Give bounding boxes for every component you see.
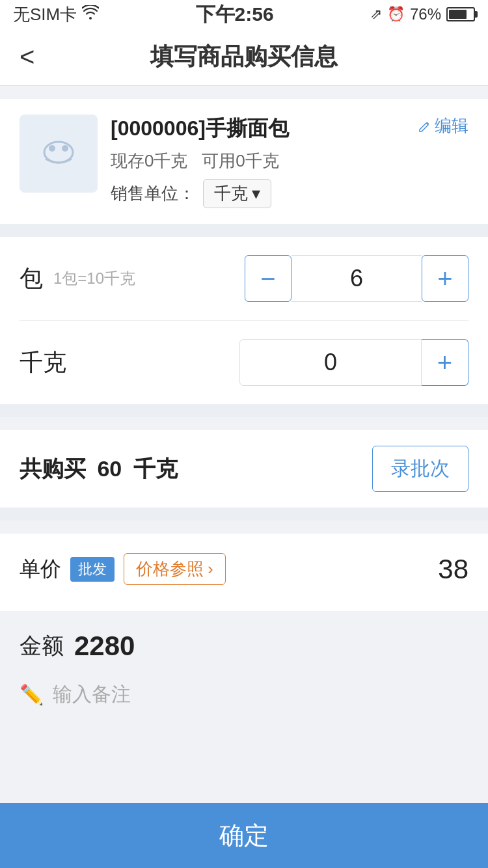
bag-quantity-input[interactable] bbox=[291, 255, 422, 302]
svg-point-2 bbox=[44, 142, 73, 163]
battery-icon bbox=[446, 7, 475, 21]
quantity-label-bag: 包 1包=10千克 bbox=[20, 263, 135, 295]
kg-label: 千克 bbox=[20, 347, 66, 379]
product-name: [0000006]手撕面包 bbox=[111, 115, 289, 143]
quantity-label-kg: 千克 bbox=[20, 347, 66, 379]
product-card: [0000006]手撕面包 编辑 现存0千克 可用0千克 销售单位： 千克 ▾ bbox=[0, 99, 488, 224]
price-row: 单价 批发 价格参照 › 38 bbox=[20, 553, 468, 585]
edit-button[interactable]: 编辑 bbox=[418, 115, 468, 137]
unit-select[interactable]: 千克 ▾ bbox=[203, 179, 271, 208]
price-section: 单价 批发 价格参照 › 38 bbox=[0, 534, 488, 611]
section-divider-3 bbox=[0, 508, 488, 521]
amount-value: 2280 bbox=[74, 631, 135, 662]
amount-label: 金额 bbox=[20, 631, 64, 661]
note-icon: ✏️ bbox=[20, 683, 44, 706]
price-type-tag: 批发 bbox=[70, 557, 115, 582]
quantity-control-bag: − + bbox=[245, 255, 468, 302]
quantity-control-kg: + bbox=[239, 339, 468, 386]
product-placeholder-icon bbox=[39, 134, 78, 173]
chevron-down-icon: ▾ bbox=[252, 183, 260, 204]
svg-point-1 bbox=[62, 145, 68, 152]
confirm-button[interactable]: 确定 bbox=[0, 803, 488, 868]
bag-plus-button[interactable]: + bbox=[422, 255, 468, 302]
status-left: 无SIM卡 bbox=[13, 3, 99, 26]
location-icon: ⇗ bbox=[370, 6, 382, 23]
total-section: 共购买 60 千克 录批次 bbox=[0, 430, 488, 508]
price-ref-button[interactable]: 价格参照 › bbox=[124, 553, 226, 585]
price-left: 单价 批发 价格参照 › bbox=[20, 553, 226, 585]
section-divider-2 bbox=[0, 404, 488, 417]
wifi-icon bbox=[82, 5, 99, 23]
battery-percent: 76% bbox=[410, 5, 441, 23]
price-label: 单价 bbox=[20, 555, 61, 584]
kg-quantity-input[interactable] bbox=[239, 339, 422, 386]
price-value: 38 bbox=[438, 554, 468, 585]
nav-bar: < 填写商品购买信息 bbox=[0, 29, 488, 86]
section-divider-1 bbox=[0, 224, 488, 237]
amount-section: 金额 2280 ✏️ 输入备注 bbox=[0, 611, 488, 721]
batch-button[interactable]: 录批次 bbox=[372, 446, 468, 492]
kg-plus-button[interactable]: + bbox=[422, 339, 468, 386]
quantity-row-kg: 千克 + bbox=[20, 321, 468, 404]
bag-sublabel: 1包=10千克 bbox=[53, 268, 135, 289]
page-title: 填写商品购买信息 bbox=[150, 41, 338, 73]
bag-label: 包 bbox=[20, 263, 43, 295]
back-button[interactable]: < bbox=[20, 42, 34, 72]
alarm-icon: ⏰ bbox=[387, 6, 405, 23]
status-bar: 无SIM卡 下午2:56 ⇗ ⏰ 76% bbox=[0, 0, 488, 29]
svg-point-0 bbox=[49, 145, 55, 152]
note-placeholder: 输入备注 bbox=[53, 681, 131, 708]
product-image bbox=[20, 115, 98, 193]
chevron-right-icon: › bbox=[208, 559, 213, 579]
product-unit-row: 销售单位： 千克 ▾ bbox=[111, 179, 468, 208]
quantity-row-bag: 包 1包=10千克 − + bbox=[20, 237, 468, 321]
status-right: ⇗ ⏰ 76% bbox=[370, 5, 475, 23]
status-time: 下午2:56 bbox=[196, 1, 274, 28]
bag-minus-button[interactable]: − bbox=[245, 255, 291, 302]
carrier-label: 无SIM卡 bbox=[13, 3, 77, 26]
total-text: 共购买 60 千克 bbox=[20, 454, 178, 484]
note-row[interactable]: ✏️ 输入备注 bbox=[20, 675, 468, 721]
edit-icon bbox=[418, 119, 432, 133]
product-stock: 现存0千克 可用0千克 bbox=[111, 150, 468, 172]
amount-row: 金额 2280 bbox=[20, 631, 468, 662]
quantity-section: 包 1包=10千克 − + 千克 + bbox=[0, 237, 488, 404]
product-info: [0000006]手撕面包 编辑 现存0千克 可用0千克 销售单位： 千克 ▾ bbox=[111, 115, 468, 208]
